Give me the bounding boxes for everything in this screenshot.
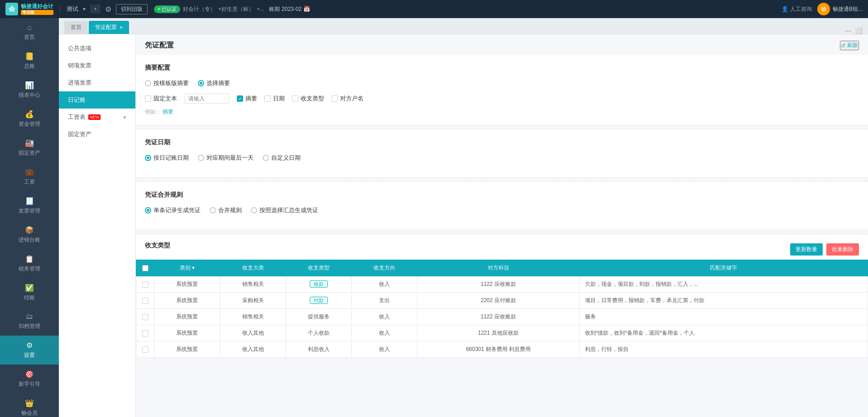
- fixed-text-input[interactable]: [184, 94, 230, 104]
- tag-group: 已认证 好会计（专） +好生意（标） +...: [154, 5, 264, 13]
- row-checkbox-4[interactable]: [136, 341, 154, 358]
- app-sub: 专业版: [21, 10, 53, 15]
- type-label: 收支类型: [301, 95, 324, 103]
- radio-journal-date[interactable]: 按日记账日期: [145, 154, 189, 162]
- row-keywords-3: 收到*借款，收到*备用金，退回*备用金，个人: [579, 325, 868, 341]
- sidebar-item-purchase[interactable]: 📦 进销台账: [0, 220, 59, 249]
- sidebar-item-salary-label: 工资: [24, 178, 35, 186]
- th-category: 类别 ▾: [154, 260, 220, 276]
- payroll-arrow-icon: ▾: [123, 114, 126, 121]
- row-checkbox-1[interactable]: [136, 293, 154, 309]
- table-container: 类别 ▾ 收支大类 收支类型 收支方向 对方科目 匹配关键字: [136, 260, 868, 358]
- radio-select[interactable]: 选择摘要: [198, 79, 230, 87]
- maximize-icon[interactable]: ⬜: [855, 27, 863, 34]
- user-menu[interactable]: 畅 畅捷通B组...: [817, 3, 863, 15]
- inner-sidebar-purchase-inv-label: 进项发票: [68, 79, 91, 87]
- radio-template[interactable]: 按模板版摘要: [145, 79, 189, 87]
- type-tag-0[interactable]: 收款: [310, 280, 328, 288]
- sidebar-item-asset[interactable]: 🏭 固定资产: [0, 133, 59, 162]
- sidebar-item-invoice[interactable]: 🧾 发票管理: [0, 191, 59, 220]
- radio-template-circle: [145, 80, 151, 86]
- sidebar-item-settle[interactable]: ✅ 结账: [0, 278, 59, 307]
- batch-delete-button[interactable]: 批量删除: [826, 243, 859, 256]
- tabbar: 首页 凭证配置 × — ⬜: [59, 18, 868, 34]
- sidebar-item-salary[interactable]: 💼 工资: [0, 162, 59, 191]
- add-button[interactable]: +: [90, 5, 101, 14]
- minimize-icon[interactable]: —: [845, 27, 851, 34]
- radio-custom-date[interactable]: 自定义日期: [263, 154, 301, 162]
- checkbox-counterpart[interactable]: 对方户名: [331, 95, 364, 103]
- sidebar-item-home[interactable]: ⌂ 首页: [0, 18, 59, 47]
- sidebar-item-tax[interactable]: 📋 税务管理: [0, 249, 59, 278]
- switch-version-button[interactable]: 切到旧版: [116, 4, 148, 14]
- username-label: 畅捷通B组...: [833, 5, 863, 13]
- radio-merge-rule[interactable]: 合并规则: [210, 206, 242, 214]
- checkbox-summary[interactable]: ✓ 摘要: [237, 95, 257, 103]
- help-button[interactable]: 👤 人工咨询: [782, 5, 812, 13]
- sidebar-item-archive[interactable]: 🗂 归档管理: [0, 307, 59, 336]
- page-title: 凭证配置: [145, 41, 174, 50]
- row-check-0[interactable]: [142, 281, 149, 288]
- row-category-2: 系统预置: [154, 309, 220, 325]
- row-type-3: 个人收款: [286, 325, 351, 341]
- select-all-checkbox[interactable]: [142, 265, 149, 271]
- radio-single[interactable]: 单条记录生成凭证: [145, 206, 201, 214]
- sidebar-item-settings[interactable]: ⚙ 设置: [0, 336, 59, 365]
- purchase-icon: 📦: [25, 226, 34, 234]
- checkbox-type[interactable]: 收支类型: [292, 95, 324, 103]
- radio-period-last[interactable]: 对应期间最后一天: [198, 154, 254, 162]
- tab-close-icon[interactable]: ×: [120, 24, 123, 31]
- type-tag-1[interactable]: 付款: [310, 297, 328, 304]
- row-keywords-4: 利息，行转，按自: [579, 341, 868, 358]
- home-icon: ⌂: [27, 24, 32, 32]
- th-keywords: 匹配关键字: [579, 260, 868, 276]
- row-check-2[interactable]: [142, 314, 149, 320]
- company-arrow-icon[interactable]: ▾: [83, 6, 86, 12]
- row-account-0: 1122 应收账款: [417, 276, 579, 293]
- sidebar-item-ledger[interactable]: 📒 总账: [0, 47, 59, 76]
- tab-voucher[interactable]: 凭证配置 ×: [89, 21, 129, 34]
- inner-sidebar-item-public[interactable]: 公共选项: [59, 40, 135, 57]
- ledger-icon: 📒: [25, 52, 34, 61]
- counterpart-label: 对方户名: [340, 95, 364, 103]
- archive-icon: 🗂: [26, 313, 33, 321]
- row-account-1: 2202 应付账款: [417, 293, 579, 309]
- row-check-4[interactable]: [142, 346, 149, 353]
- income-section: 收支类型 更新数量 批量删除: [136, 234, 868, 358]
- inner-sidebar-item-sales[interactable]: 销项发票: [59, 57, 135, 74]
- content-area: 首页 凭证配置 × — ⬜ 公共选项 销项发票: [59, 18, 868, 417]
- sidebar-item-report[interactable]: 📊 报表中心: [0, 76, 59, 104]
- main-layout: ⌂ 首页 📒 总账 📊 报表中心 💰 资金管理 🏭 固定资产 💼 工资 🧾 发票…: [0, 18, 868, 417]
- row-checkbox-0[interactable]: [136, 276, 154, 293]
- th-checkbox[interactable]: [136, 260, 154, 276]
- inner-sidebar-item-fixed-asset[interactable]: 固定资产: [59, 126, 135, 143]
- table-row: 系统预置 销售相关 提供服务 收入 1122 应收账款 服务: [136, 309, 868, 325]
- update-button[interactable]: 更新数量: [790, 243, 823, 256]
- row-check-1[interactable]: [142, 298, 149, 304]
- inner-sidebar-item-purchase-inv[interactable]: 进项发票: [59, 74, 135, 91]
- calendar-icon[interactable]: 📅: [303, 6, 310, 12]
- settings-gear-icon[interactable]: ⚙: [105, 5, 111, 14]
- row-direction-3: 收入: [352, 325, 417, 341]
- summary-checkbox: ✓: [237, 95, 243, 102]
- checkbox-date[interactable]: 日期: [264, 95, 285, 103]
- refresh-button[interactable]: ↺ 刷新: [840, 41, 859, 50]
- type-checkbox: [292, 95, 298, 102]
- sidebar-item-guide[interactable]: 🎯 新手引导: [0, 365, 59, 393]
- merge-rule-circle: [210, 207, 216, 213]
- sidebar-item-fund[interactable]: 💰 资金管理: [0, 104, 59, 133]
- inner-sidebar-item-payroll[interactable]: 工资表 NEW ▾: [59, 109, 135, 126]
- inner-sidebar-item-journal[interactable]: 日记账: [59, 91, 135, 109]
- row-keywords-2: 服务: [579, 309, 868, 325]
- row-check-3[interactable]: [142, 330, 149, 336]
- row-checkbox-2[interactable]: [136, 309, 154, 325]
- tab-home[interactable]: 首页: [64, 21, 88, 34]
- radio-summary-gen[interactable]: 按照选择汇总生成凭证: [251, 206, 318, 214]
- app-name: 畅捷通好会计: [21, 3, 53, 9]
- sidebar-item-member[interactable]: 👑 畅会员: [0, 393, 59, 417]
- divider-1: [60, 5, 60, 14]
- checkbox-fixed-text[interactable]: 固定文本: [145, 95, 177, 103]
- row-major-4: 收入其他: [220, 341, 286, 358]
- row-checkbox-3[interactable]: [136, 325, 154, 341]
- table-body: 系统预置 销售相关 收款 收入 1122 应收账款 欠款，现金，项目款，到款，报…: [136, 276, 868, 358]
